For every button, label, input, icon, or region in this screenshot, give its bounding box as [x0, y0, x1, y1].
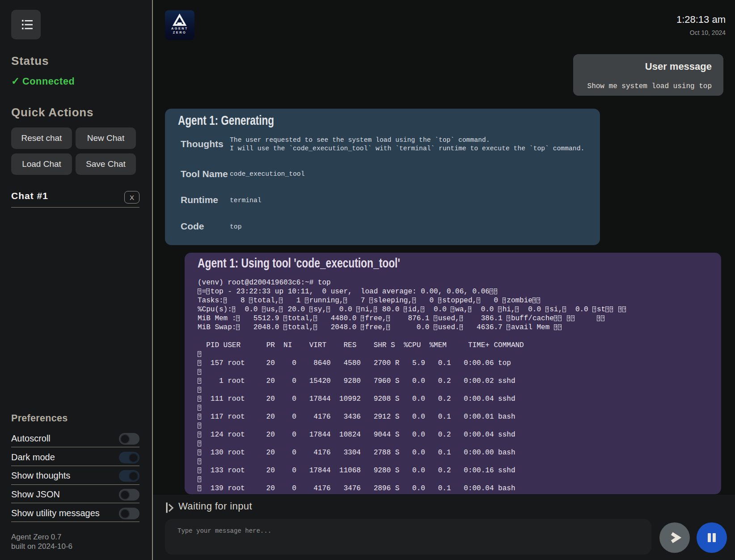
svg-text:ZERO: ZERO: [173, 30, 186, 34]
svg-text:AGENT: AGENT: [171, 26, 188, 30]
